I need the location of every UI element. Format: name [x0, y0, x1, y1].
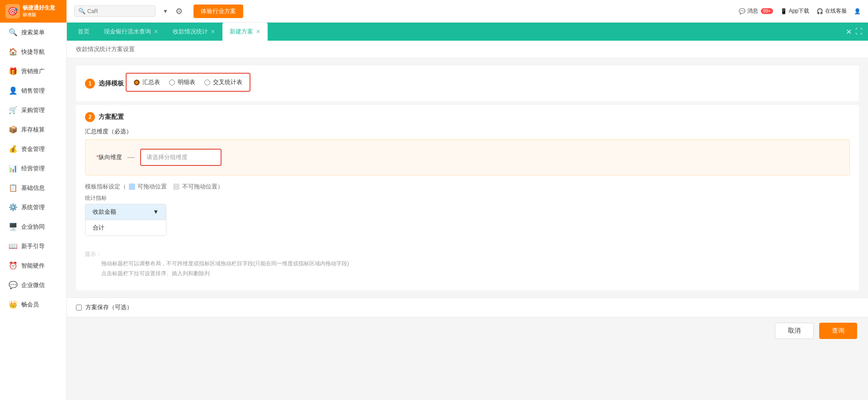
non-draggable-indicator: [173, 184, 179, 190]
stats-label: 统计指标: [85, 194, 166, 202]
service-icon: 🎧: [816, 8, 823, 14]
main-area: 🔍 ▼ ⚙ 体验行业方案 💬 消息 99+ 📱 App下载 🎧 在线客服 👤: [67, 0, 868, 400]
dimension-title: 汇总维度（必选）: [85, 127, 850, 136]
search-icon: 🔍: [78, 8, 85, 14]
sidebar-item-inventory[interactable]: 📦 库存核算: [0, 120, 66, 139]
marketing-icon: 🎁: [9, 67, 18, 75]
user-icon: 👤: [854, 8, 861, 14]
message-icon: 💬: [739, 8, 745, 14]
content-area: 收款情况统计方案设置 1 选择模板 汇总表 明细表: [67, 41, 868, 400]
tips-title: 提示：: [85, 249, 850, 259]
tab-close-new-plan[interactable]: ✕: [256, 28, 260, 35]
app-download-btn[interactable]: 📱 App下载: [780, 7, 809, 15]
indicator-section: 模板指标设定（ 可拖动位置 不可拖动位置） 统计指标 收款金额 ▼: [85, 183, 850, 283]
template-selector: 汇总表 明细表 交叉统计表: [126, 73, 250, 92]
sidebar-item-smart-hardware[interactable]: ⏰ 智能硬件: [0, 256, 66, 275]
close-window-icon[interactable]: ✕: [846, 28, 852, 36]
sidebar-item-newbie-guide[interactable]: 📖 新手引导: [0, 236, 66, 256]
sidebar-item-finance[interactable]: 💰 资金管理: [0, 139, 66, 159]
sidebar-item-member[interactable]: 👑 畅会员: [0, 295, 66, 314]
sales-icon: 👤: [9, 86, 18, 95]
sidebar-logo: 🎯 畅捷通好生意 标准版: [0, 0, 66, 23]
online-service-btn[interactable]: 🎧 在线客服: [816, 7, 847, 15]
tab-bar: 首页 现金银行流水查询 ✕ 收款情况统计 ✕ 新建方案 ✕ ✕ ⛶: [67, 23, 868, 41]
sidebar-item-marketing[interactable]: 🎁 营销推广: [0, 61, 66, 81]
tabs-actions: ✕ ⛶: [846, 28, 868, 36]
radio-summary[interactable]: 汇总表: [134, 78, 160, 86]
purchase-icon: 🛒: [9, 106, 18, 114]
save-plan-label: 方案保存（可选）: [85, 303, 132, 311]
smart-hardware-icon: ⏰: [9, 261, 18, 270]
radio-detail[interactable]: 明细表: [169, 78, 195, 86]
sidebar-item-purchase[interactable]: 🛒 采购管理: [0, 100, 66, 120]
message-badge: 99+: [761, 8, 773, 14]
chevron-down-icon: ▼: [163, 8, 168, 14]
cancel-button[interactable]: 取消: [775, 323, 814, 339]
stats-table-row: 合计: [85, 220, 166, 235]
newbie-guide-icon: 📖: [9, 242, 18, 250]
sidebar-item-search-menu[interactable]: 🔍 搜索菜单: [0, 23, 66, 42]
content-body: 1 选择模板 汇总表 明细表 交叉统计表: [67, 58, 868, 297]
dimension-area: * 纵向维度 — 请选择分组维度: [85, 139, 850, 175]
radio-crosstab[interactable]: 交叉统计表: [204, 78, 242, 86]
footer: 方案保存（可选） 取消 查询: [67, 297, 868, 344]
message-btn[interactable]: 💬 消息 99+: [739, 7, 773, 15]
sidebar-item-basic-info[interactable]: 📋 基础信息: [0, 178, 66, 198]
stats-table-header[interactable]: 收款金额 ▼: [85, 204, 166, 220]
logo-text: 畅捷通好生意 标准版: [23, 5, 55, 18]
dropdown-chevron-icon: ▼: [153, 208, 159, 215]
step2-label: 2 方案配置: [85, 112, 124, 122]
system-icon: ⚙️: [9, 203, 18, 212]
sidebar: 🎯 畅捷通好生意 标准版 🔍 搜索菜单 🏠 快捷导航 🎁 营销推广 👤 销售管理…: [0, 0, 67, 400]
sidebar-item-sales[interactable]: 👤 销售管理: [0, 81, 66, 100]
user-avatar[interactable]: 👤: [854, 8, 861, 14]
step1-label: 1 选择模板: [85, 79, 124, 89]
sidebar-item-enterprise-wechat[interactable]: 💬 企业微信: [0, 275, 66, 295]
radio-crosstab-label: 交叉统计表: [213, 78, 242, 86]
radio-summary-input[interactable]: [134, 80, 140, 85]
tab-close-receipt-stats[interactable]: ✕: [211, 28, 215, 35]
dimension-row: * 纵向维度 — 请选择分组维度: [96, 149, 839, 166]
enterprise-wechat-icon: 💬: [9, 281, 18, 289]
quick-nav-icon: 🏠: [9, 47, 18, 56]
trial-btn[interactable]: 体验行业方案: [193, 5, 243, 18]
save-plan-checkbox[interactable]: [76, 305, 82, 311]
radio-detail-input[interactable]: [169, 80, 175, 85]
footer-save-area: 方案保存（可选）: [67, 298, 868, 317]
settings-icon[interactable]: ⚙: [175, 6, 183, 16]
header-right: 💬 消息 99+ 📱 App下载 🎧 在线客服 👤: [739, 7, 861, 15]
finance-icon: 💰: [9, 145, 18, 153]
tab-bank-flow[interactable]: 现金银行流水查询 ✕: [97, 23, 165, 41]
sidebar-item-enterprise-collab[interactable]: 🖥️ 企业协同: [0, 217, 66, 236]
step2-section: 2 方案配置 汇总维度（必选） * 纵向维度 — 请选择分组维度: [76, 105, 859, 291]
step1-section: 1 选择模板 汇总表 明细表 交叉统计表: [76, 66, 859, 101]
sidebar-item-quick-nav[interactable]: 🏠 快捷导航: [0, 42, 66, 61]
member-icon: 👑: [9, 300, 18, 309]
vertical-dimension-label: * 纵向维度: [96, 153, 122, 161]
inventory-icon: 📦: [9, 125, 18, 134]
sidebar-item-system[interactable]: ⚙️ 系统管理: [0, 198, 66, 217]
search-menu-icon: 🔍: [9, 28, 18, 37]
tip-1: 拖动标题栏可以调整布局，不可跨维度或指标区域拖动栏目字段(只能在同一维度或指标区…: [85, 259, 850, 269]
arrow-icon: —: [127, 153, 135, 161]
tab-receipt-stats[interactable]: 收款情况统计 ✕: [165, 23, 222, 41]
logo-icon: 🎯: [5, 4, 20, 19]
query-button[interactable]: 查询: [819, 323, 857, 339]
radio-crosstab-input[interactable]: [204, 80, 210, 85]
dropdown-btn[interactable]: ▼: [163, 8, 168, 14]
app-download-icon: 📱: [780, 8, 787, 14]
tab-close-bank-flow[interactable]: ✕: [154, 28, 158, 35]
basic-info-icon: 📋: [9, 184, 18, 192]
draggable-indicator: [129, 184, 135, 190]
dimension-select[interactable]: 请选择分组维度: [140, 149, 222, 166]
tab-new-plan[interactable]: 新建方案 ✕: [222, 23, 268, 41]
sidebar-item-operations[interactable]: 📊 经营管理: [0, 159, 66, 178]
search-input[interactable]: [87, 8, 151, 14]
tab-home[interactable]: 首页: [71, 23, 97, 41]
maximize-icon[interactable]: ⛶: [855, 28, 863, 36]
footer-buttons: 取消 查询: [67, 317, 868, 344]
radio-detail-label: 明细表: [178, 78, 195, 86]
stats-table-wrapper: 统计指标 收款金额 ▼ 合计: [85, 194, 166, 236]
operations-icon: 📊: [9, 164, 18, 173]
search-box[interactable]: 🔍: [74, 5, 156, 17]
